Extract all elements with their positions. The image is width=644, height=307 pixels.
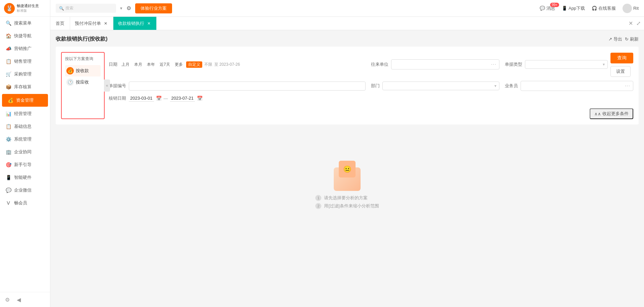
settings-btn[interactable]: 设置 [610, 66, 631, 77]
sidebar-item-corp[interactable]: 🏢企业协同 [0, 146, 50, 158]
dept-arrow-icon: ▾ [494, 84, 496, 88]
sidebar-item-guide[interactable]: 🎯新手引导 [0, 158, 50, 171]
close-tab-icon[interactable]: ✕ [629, 20, 633, 27]
app-download-btn[interactable]: 📱 App下载 [562, 5, 585, 11]
date-unlimit: 不限 [204, 62, 212, 67]
messages-btn[interactable]: 💬 消息 99+ [540, 5, 555, 11]
main-area: 🔍 搜索 ▾ ⚙ 体验行业方案 💬 消息 99+ 📱 App下载 🎧 在线客服 … [50, 0, 644, 307]
verify-date-group: 2023-03-01 📅 — 2023-07-21 📅 [129, 95, 203, 102]
sidebar-item-member[interactable]: V畅会员 [0, 197, 50, 209]
collapse-sidebar-icon[interactable]: ◀ [15, 296, 23, 304]
tab-prepay-close[interactable]: ✕ [103, 21, 108, 26]
purchase-icon: 🛒 [5, 71, 11, 77]
filter-sidebar: 按以下方案查询 💰 按收款 🕐 按应收 « [61, 52, 105, 119]
topbar: 🔍 搜索 ▾ ⚙ 体验行业方案 💬 消息 99+ 📱 App下载 🎧 在线客服 … [50, 0, 644, 17]
avatar [623, 4, 632, 13]
tab-prepay[interactable]: 预付冲应付单 ✕ [70, 17, 113, 30]
user-name: Rit [633, 6, 639, 11]
date-group: 上月 本月 本年 近7天 更多 自定义 不限 至 2023-07-26 [120, 61, 240, 68]
user-info[interactable]: Rit [623, 4, 639, 13]
docno-input[interactable] [129, 82, 366, 91]
date-filter-row: 日期 上月 本月 本年 近7天 更多 自定义 不限 至 2023-07-26 [109, 61, 366, 68]
empty-tip-1: 1 请先选择要分析的方案 [315, 195, 379, 201]
search-placeholder: 搜索 [65, 5, 73, 11]
verify-date-end-calendar-icon[interactable]: 📅 [197, 96, 203, 101]
expand-icon[interactable]: ⤢ [636, 20, 641, 27]
filter-option-by-receipt[interactable]: 💰 按收款 [65, 65, 101, 76]
search-menu-icon: 🔍 [5, 20, 11, 26]
sidebar-item-finance[interactable]: 💰资金管理 [2, 94, 48, 107]
topbar-arrow[interactable]: ▾ [120, 6, 122, 11]
topbar-gear-icon[interactable]: ⚙ [126, 5, 131, 11]
sidebar: 🐰 畅捷通好生意 标准版 🔍搜索菜单🏠快捷导航📣营销推广📋销售管理🛒采购管理📦库… [0, 0, 50, 307]
date-7days[interactable]: 近7天 [158, 61, 171, 68]
sidebar-bottom: ⚙ ◀ [0, 292, 50, 307]
date-custom[interactable]: 自定义 [186, 61, 202, 68]
tip-num-1: 1 [315, 195, 321, 201]
service-icon: 🎧 [592, 6, 597, 11]
partner-dots-icon[interactable]: ··· [491, 61, 496, 67]
tab-receipt-verify[interactable]: 收款核销执行 ✕ [113, 17, 157, 30]
verify-date-end: 2023-07-21 [170, 95, 195, 102]
sidebar-item-wechat[interactable]: 💬企业微信 [0, 184, 50, 197]
export-icon: ↗ [608, 37, 612, 42]
settings-bottom-icon[interactable]: ⚙ [3, 296, 11, 304]
empty-illustration: 😐 [327, 157, 367, 191]
date-last-month[interactable]: 上月 [120, 61, 131, 68]
sidebar-item-search-menu[interactable]: 🔍搜索菜单 [0, 17, 50, 30]
operations-icon: 📊 [5, 111, 11, 117]
partner-select[interactable]: ··· [391, 59, 499, 69]
refresh-icon: ↻ [625, 37, 629, 42]
date-this-month[interactable]: 本月 [133, 61, 144, 68]
message-icon: 💬 [540, 6, 545, 11]
refresh-btn[interactable]: ↻ 刷新 [625, 36, 639, 42]
action-buttons: 查询 设置 [610, 52, 633, 77]
page-header: 收款核销执行(按收款) ↗ 导出 ↻ 刷新 [56, 36, 639, 43]
staff-select[interactable]: ··· [521, 81, 633, 91]
sidebar-item-hardware[interactable]: 📱智能硬件 [0, 171, 50, 184]
by-receivable-icon: 🕐 [66, 79, 74, 86]
logo-icon: 🐰 [4, 3, 15, 14]
docno-label: 单据编号 [109, 83, 126, 89]
tip-num-2: 2 [315, 203, 321, 209]
sidebar-menu: 🔍搜索菜单🏠快捷导航📣营销推广📋销售管理🛒采购管理📦库存核算💰资金管理📊经营管理… [0, 17, 50, 292]
corp-icon: 🏢 [5, 149, 11, 155]
sidebar-item-inventory[interactable]: 📦库存核算 [0, 81, 50, 93]
finance-icon: 💰 [7, 97, 13, 103]
industry-btn[interactable]: 体验行业方案 [135, 3, 172, 13]
page-actions: ↗ 导出 ↻ 刷新 [608, 36, 639, 42]
doctype-select[interactable]: ▾ [525, 60, 608, 69]
logo-text: 畅捷通好生意 [17, 3, 39, 8]
topbar-search[interactable]: 🔍 搜索 [56, 4, 116, 13]
sidebar-item-operations[interactable]: 📊经营管理 [0, 107, 50, 120]
basic-info-icon: 📋 [5, 123, 11, 130]
export-btn[interactable]: ↗ 导出 [608, 36, 622, 42]
dept-select[interactable]: ▾ [382, 82, 499, 90]
verify-date-start: 2023-03-01 [129, 95, 154, 102]
sidebar-item-sales[interactable]: 📋销售管理 [0, 55, 50, 68]
verify-date-start-calendar-icon[interactable]: 📅 [156, 96, 162, 101]
date-more[interactable]: 更多 [173, 61, 184, 68]
sidebar-item-marketing[interactable]: 📣营销推广 [0, 42, 50, 55]
inventory-icon: 📦 [5, 84, 11, 90]
date-this-year[interactable]: 本年 [146, 61, 156, 68]
sales-icon: 📋 [5, 58, 11, 64]
collapse-more-section: ∧∧ 收起更多条件 [109, 108, 633, 119]
logo: 🐰 畅捷通好生意 标准版 [0, 0, 50, 17]
sidebar-item-system[interactable]: ⚙️系统管理 [0, 133, 50, 146]
filter-sidebar-collapse[interactable]: « [104, 80, 110, 92]
sidebar-item-purchase[interactable]: 🛒采购管理 [0, 68, 50, 81]
collapse-more-btn[interactable]: ∧∧ 收起更多条件 [590, 108, 633, 119]
staff-dots-icon[interactable]: ··· [625, 83, 630, 89]
tab-receipt-verify-close[interactable]: ✕ [146, 21, 152, 26]
filter-panel: 按以下方案查询 💰 按收款 🕐 按应收 « 日期 [56, 47, 639, 124]
filter-option-by-receivable[interactable]: 🕐 按应收 [65, 76, 101, 88]
sidebar-item-quick-nav[interactable]: 🏠快捷导航 [0, 30, 50, 42]
online-service-btn[interactable]: 🎧 在线客服 [592, 5, 616, 11]
empty-tip-2: 2 用[过滤]条件来缩小分析范围 [315, 203, 379, 209]
verify-date-row: 核销日期 2023-03-01 📅 — 2023-07-21 📅 [109, 95, 499, 102]
hardware-icon: 📱 [5, 174, 11, 181]
tab-home[interactable]: 首页 [50, 17, 70, 30]
sidebar-item-basic-info[interactable]: 📋基础信息 [0, 120, 50, 133]
query-btn[interactable]: 查询 [610, 53, 633, 63]
